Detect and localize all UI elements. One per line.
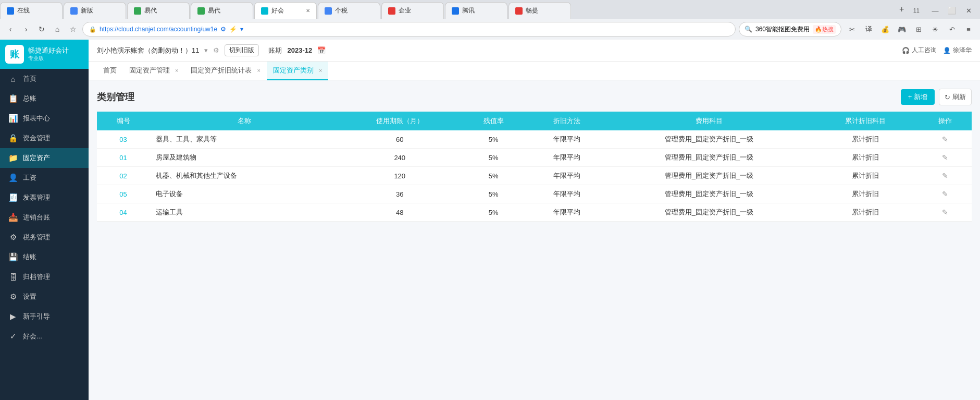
app-tab-close-3[interactable]: ×: [319, 67, 322, 74]
sidebar-item-发票管理[interactable]: 🧾发票管理: [0, 188, 89, 208]
table-col-6: 累计折旧科目: [812, 112, 919, 130]
category-table: 编号名称使用期限（月）残值率折旧方法费用科目累计折旧科目操作 03器具、工具、家…: [97, 112, 972, 222]
table-row: 04运输工具485%年限平均管理费用_固定资产折旧_一级累计折旧✎: [97, 203, 972, 222]
sidebar-item-工资[interactable]: 👤工资: [0, 168, 89, 188]
sidebar: 账 畅捷通好会计 专业版 ⌂首页📋总账📊报表中心🔒资金管理📁固定资产👤工资🧾发票…: [0, 40, 89, 400]
more-tabs-button[interactable]: 11: [909, 2, 924, 19]
translate-icon[interactable]: 译: [861, 22, 876, 37]
sidebar-item-结账[interactable]: 💾结账: [0, 247, 89, 267]
sidebar-label-8: 税务管理: [23, 233, 50, 242]
undo-icon[interactable]: ↶: [945, 22, 959, 37]
top-bar: 刘小艳演示账套（勿删勿动！）11 ▾ ⚙ 切到旧版 账期 2023-12 📅 🎧…: [89, 40, 980, 62]
expense-cell: 管理费用_固定资产折旧_一级: [606, 149, 811, 167]
wallet-icon[interactable]: 💰: [878, 22, 892, 37]
sidebar-item-固定资产[interactable]: 📁固定资产: [0, 148, 89, 168]
app-tab-0[interactable]: 首页: [97, 62, 123, 80]
sidebar-icon-10: 🗄: [8, 273, 18, 282]
accum-cell: 累计折旧: [812, 130, 919, 149]
top-actions: 🎧 人工咨询 👤 徐泽华: [902, 46, 972, 55]
sidebar-item-进销台账[interactable]: 📥进销台账: [0, 208, 89, 227]
switch-version-button[interactable]: 切到旧版: [225, 44, 259, 56]
app-tab-label-0: 首页: [103, 66, 117, 75]
tab-favicon-7: [452, 7, 459, 15]
refresh-button[interactable]: ↻ 刷新: [939, 89, 972, 105]
sidebar-item-好会...[interactable]: ✓好会...: [0, 326, 89, 346]
sidebar-item-报表中心[interactable]: 📊报表中心: [0, 108, 89, 128]
edit-cell[interactable]: ✎: [919, 203, 972, 222]
sidebar-label-2: 报表中心: [23, 114, 50, 123]
brightness-icon[interactable]: ☀: [928, 22, 942, 37]
forward-button[interactable]: ›: [20, 23, 32, 35]
app-tab-3[interactable]: 固定资产类别×: [267, 62, 328, 80]
app-tab-1[interactable]: 固定资产管理×: [123, 62, 184, 80]
sidebar-item-总账[interactable]: 📋总账: [0, 89, 89, 108]
rate-cell: 5%: [460, 130, 526, 149]
app-tab-label-3: 固定资产类别: [273, 66, 314, 75]
edit-cell[interactable]: ✎: [919, 130, 972, 149]
edit-cell[interactable]: ✎: [919, 185, 972, 203]
browser-tab-7[interactable]: 腾讯: [445, 2, 507, 19]
browser-tab-2[interactable]: 易代: [127, 2, 190, 19]
home-button[interactable]: ⌂: [51, 23, 64, 35]
method-cell: 年限平均: [527, 167, 607, 185]
app-tab-2[interactable]: 固定资产折旧统计表×: [184, 62, 266, 80]
sidebar-item-税务管理[interactable]: ⚙税务管理: [0, 227, 89, 247]
table-col-5: 费用科目: [606, 112, 811, 130]
sidebar-item-新手引导[interactable]: ▶新手引导: [0, 307, 89, 326]
period-cell: 36: [339, 185, 461, 203]
edit-cell[interactable]: ✎: [919, 149, 972, 167]
address-input[interactable]: 🔒 https://cloud.chanjet.com/accounting/u…: [82, 22, 736, 37]
site-info-icon[interactable]: ⚙: [220, 26, 226, 33]
table-col-0: 编号: [97, 112, 150, 130]
period-cell: 120: [339, 167, 461, 185]
settings-icon[interactable]: ⚙: [213, 46, 219, 54]
code-cell: 04: [97, 203, 150, 222]
consult-button[interactable]: 🎧 人工咨询: [902, 46, 937, 55]
url-text: https://cloud.chanjet.com/accounting/uw1…: [100, 26, 217, 33]
sidebar-item-首页[interactable]: ⌂首页: [0, 69, 89, 89]
user-profile[interactable]: 👤 徐泽华: [943, 46, 972, 55]
name-cell: 运输工具: [150, 203, 339, 222]
minimize-button[interactable]: —: [928, 3, 942, 18]
sidebar-item-归档管理[interactable]: 🗄归档管理: [0, 267, 89, 287]
expense-cell: 管理费用_固定资产折旧_一级: [606, 203, 811, 222]
sidebar-item-资金管理[interactable]: 🔒资金管理: [0, 128, 89, 148]
dropdown-icon[interactable]: ▾: [204, 46, 208, 54]
expense-cell: 管理费用_固定资产折旧_一级: [606, 167, 811, 185]
add-button[interactable]: + 新增: [901, 89, 935, 105]
tab-label-7: 腾讯: [462, 6, 475, 15]
lightning-icon[interactable]: ⚡: [229, 26, 237, 33]
browser-tab-1[interactable]: 新版: [64, 2, 126, 19]
bookmark-button[interactable]: ☆: [67, 23, 79, 35]
sidebar-item-设置[interactable]: ⚙设置: [0, 287, 89, 307]
cut-icon[interactable]: ✂: [845, 22, 859, 37]
browser-tab-4[interactable]: 好会✕: [254, 2, 317, 19]
tab-close-4[interactable]: ✕: [306, 8, 310, 14]
browser-tab-0[interactable]: 在线: [0, 2, 63, 19]
sidebar-icon-12: ▶: [8, 312, 18, 321]
browser-tab-5[interactable]: 个税: [318, 2, 380, 19]
restore-button[interactable]: ⬜: [945, 3, 959, 18]
app-tab-close-1[interactable]: ×: [175, 67, 178, 74]
reload-button[interactable]: ↻: [35, 23, 48, 35]
menu-icon[interactable]: ≡: [961, 22, 976, 37]
calendar-icon[interactable]: 📅: [317, 46, 326, 54]
new-tab-button[interactable]: +: [895, 2, 909, 17]
game-icon[interactable]: 🎮: [895, 22, 909, 37]
search-box[interactable]: 🔍 360智能抠图免费用 🔥热搜: [739, 22, 841, 37]
logo-sub: 专业版: [28, 55, 69, 62]
sidebar-icon-3: 🔒: [8, 134, 18, 143]
browser-tab-6[interactable]: 企业: [381, 2, 444, 19]
browser-tab-3[interactable]: 易代: [191, 2, 253, 19]
app-tab-close-2[interactable]: ×: [257, 67, 260, 74]
browser-tab-8[interactable]: 畅提: [508, 2, 571, 19]
sidebar-label-9: 结账: [23, 252, 36, 262]
edit-cell[interactable]: ✎: [919, 167, 972, 185]
table-col-2: 使用期限（月）: [339, 112, 461, 130]
dropdown-icon[interactable]: ▾: [240, 26, 243, 33]
sidebar-label-4: 固定资产: [23, 153, 50, 163]
back-button[interactable]: ‹: [4, 23, 17, 35]
close-button[interactable]: ✕: [961, 3, 976, 18]
logo-icon: 账: [5, 45, 24, 64]
grid-icon[interactable]: ⊞: [911, 22, 926, 37]
